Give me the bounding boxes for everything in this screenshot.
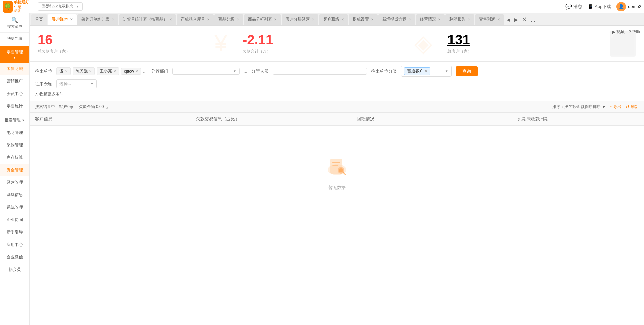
table-header: 客户信息 欠款交易信息（占比） 回款情况 到期未收款日期 <box>30 113 644 126</box>
tab-new-commission[interactable]: 新增提成方案 ✕ <box>378 14 415 25</box>
col-header-debt: 欠款交易信息（占比） <box>196 116 357 122</box>
svg-rect-3 <box>332 165 338 166</box>
remove-normal-customer[interactable]: ✕ <box>425 69 427 73</box>
user-profile[interactable]: 👤 demo2 <box>616 2 641 11</box>
tab-production-inbound[interactable]: 产成品入库单 ✕ <box>177 14 214 25</box>
sidebar-item-operations[interactable]: 经营管理 <box>0 176 29 189</box>
avatar: 👤 <box>616 2 626 11</box>
sidebar-item-wholesale-mgmt[interactable]: 批发管理 ▼ <box>0 114 29 127</box>
tab-product-analysis-list[interactable]: 商品分析列表 ✕ <box>244 14 281 25</box>
tab-inbound-stats[interactable]: 进货单统计表（按商品） ✕ <box>119 14 176 25</box>
filter-more-btn[interactable]: ... <box>143 69 147 74</box>
tab-customer-account[interactable]: 客户账本 ✕ <box>48 14 77 25</box>
tab-nav-prev[interactable]: ◀ <box>505 15 512 24</box>
col-header-repayment: 回款情况 <box>357 116 518 122</box>
remove-tag-cjttcw[interactable]: ✕ <box>135 69 138 73</box>
sidebar-item-wechat[interactable]: 企业微信 <box>0 251 29 263</box>
tab-close-icon[interactable]: ✕ <box>438 17 441 21</box>
tab-close-icon[interactable]: ✕ <box>341 17 344 21</box>
tab-nav-fullscreen[interactable]: ⛶ <box>528 15 538 24</box>
tab-close-icon[interactable]: ✕ <box>274 17 277 21</box>
dept-more-icon: ... <box>244 69 247 74</box>
tab-nav-close-all[interactable]: ✕ <box>520 15 528 24</box>
video-icon: ▶ <box>612 30 615 34</box>
sidebar-item-retail-mgmt[interactable]: 零售管理 ▼ <box>0 46 29 63</box>
dept-dropdown-icon: ▼ <box>233 69 237 73</box>
filter-area: 往来单位 伍 ✕ 陈民强 ✕ 王小亮 <box>30 62 644 101</box>
tab-product-analysis[interactable]: 商品分析 ✕ <box>214 14 243 25</box>
stat-card-customers: ¥ 16 总欠款客户（家） <box>30 26 234 61</box>
sidebar-item-finance[interactable]: 资金管理 <box>0 164 29 176</box>
tab-close-icon[interactable]: ✕ <box>237 17 239 21</box>
remove-tag-wu[interactable]: ✕ <box>65 69 68 73</box>
download-icon: 📱 <box>588 4 593 9</box>
tab-retail-profit[interactable]: 零售利润 ✕ <box>475 14 504 25</box>
svg-rect-2 <box>332 162 340 163</box>
help-btn[interactable]: ? 帮助 <box>629 29 640 35</box>
logo-icon: 🍀 <box>3 1 13 13</box>
col-header-date: 到期未收款日期 <box>518 116 639 122</box>
sidebar-item-marketing[interactable]: 营销推广 <box>0 75 29 87</box>
filter-tag-cjttcw: cjttcw ✕ <box>121 68 141 75</box>
sort-btn[interactable]: 排序：按欠款金额倒序排序 ▼ <box>552 104 606 110</box>
sidebar-item-retail-stats[interactable]: 零售统计 <box>0 100 29 112</box>
message-btn[interactable]: 💬 消息 <box>565 3 582 10</box>
tab-close-icon[interactable]: ✕ <box>497 17 500 21</box>
person-selector[interactable]: ... <box>273 68 367 75</box>
collapse-btn[interactable]: ∧ 收起更多条件 <box>35 91 63 97</box>
app-download-btn[interactable]: 📱 App下载 <box>588 4 611 10</box>
unit-class-selector[interactable]: 普通客户 ✕ ▼ <box>401 66 452 77</box>
sidebar-quick-nav[interactable]: 快捷导航 <box>0 33 29 44</box>
balance-dropdown-icon: ▼ <box>90 82 94 86</box>
result-bar-right: 排序：按欠款金额倒序排序 ▼ ↑ 导出 ↺ 刷新 <box>552 104 639 110</box>
result-bar-left: 搜索结果中，客户0家 欠款金额 0.00元 <box>35 104 108 110</box>
tab-close-icon[interactable]: ✕ <box>312 17 314 21</box>
filter-tag-wang: 王小亮 ✕ <box>97 67 119 75</box>
tab-nav-next[interactable]: ▶ <box>512 15 520 24</box>
tab-close-icon[interactable]: ✕ <box>112 17 114 21</box>
sidebar-item-inventory[interactable]: 库存核算 <box>0 151 29 164</box>
refresh-btn[interactable]: ↺ 刷新 <box>626 104 639 110</box>
remove-tag-chen[interactable]: ✕ <box>89 69 92 73</box>
page-content: ¥ 16 总欠款客户（家） ◈ -2.11 欠款合计（万） ⬛ 131 总客 <box>30 26 644 325</box>
tab-close-icon[interactable]: ✕ <box>70 17 73 21</box>
sidebar-search[interactable]: 🔍 搜索菜单 <box>0 13 29 33</box>
balance-selector[interactable]: 选择... ▼ <box>56 79 97 88</box>
tab-operations[interactable]: 经营情况 ✕ <box>416 14 445 25</box>
tab-purchase-order-stats[interactable]: 采购订单统计表 ✕ <box>77 14 118 25</box>
logo-text: 畅捷通好生意 标版 <box>14 0 32 13</box>
filter-tag-normal-customer: 普通客户 ✕ <box>404 67 430 75</box>
export-btn[interactable]: ↑ 导出 <box>610 104 622 110</box>
tab-customer-contact[interactable]: 客户联络 ✕ <box>319 14 348 25</box>
tab-profit-report[interactable]: 利润报告 ✕ <box>445 14 474 25</box>
sidebar-item-enterprise[interactable]: 企业协同 <box>0 214 29 226</box>
sidebar-item-app-center[interactable]: 应用中心 <box>0 239 29 251</box>
empty-icon <box>324 153 350 181</box>
query-button[interactable]: 查询 <box>456 66 478 76</box>
remove-tag-wang[interactable]: ✕ <box>113 69 116 73</box>
video-btn[interactable]: ▶ 视频 <box>612 29 625 35</box>
sidebar-item-label: 零售管理 <box>1 49 28 55</box>
sidebar-item-changhui[interactable]: 畅会员 <box>0 263 29 276</box>
sidebar-item-basics[interactable]: 基础信息 <box>0 189 29 201</box>
sidebar-item-ecommerce[interactable]: 电商管理 <box>0 127 29 139</box>
sidebar-item-system[interactable]: 系统管理 <box>0 201 29 214</box>
sidebar-item-member[interactable]: 会员中心 <box>0 87 29 100</box>
stat-card-total-customers: ⬛ 131 总客户（家） ▶ 视频 ? 帮助 <box>439 26 644 61</box>
filter-row-2: 往来余额 选择... ▼ <box>35 79 639 88</box>
help-icon: ? <box>629 30 631 34</box>
tab-close-icon[interactable]: ✕ <box>371 17 374 21</box>
tab-close-icon[interactable]: ✕ <box>468 17 470 21</box>
org-selector[interactable]: 母婴行业演示帐套 ▼ <box>38 2 83 11</box>
result-bar: 搜索结果中，客户0家 欠款金额 0.00元 排序：按欠款金额倒序排序 ▼ ↑ 导… <box>30 101 644 113</box>
sidebar-item-retail-mall[interactable]: 零售商城 <box>0 63 29 75</box>
tab-close-icon[interactable]: ✕ <box>207 17 210 21</box>
sidebar-item-purchase[interactable]: 采购管理 <box>0 139 29 151</box>
tab-close-icon[interactable]: ✕ <box>409 17 411 21</box>
tab-close-icon[interactable]: ✕ <box>169 17 172 21</box>
tab-home[interactable]: 首页 <box>31 14 47 25</box>
sidebar-item-newbie[interactable]: 新手引导 <box>0 226 29 239</box>
tab-commission-settings[interactable]: 提成设置 ✕ <box>349 14 378 25</box>
tab-customer-layer[interactable]: 客户分层经营 ✕ <box>282 14 318 25</box>
dept-selector[interactable]: ▼ <box>172 68 240 75</box>
